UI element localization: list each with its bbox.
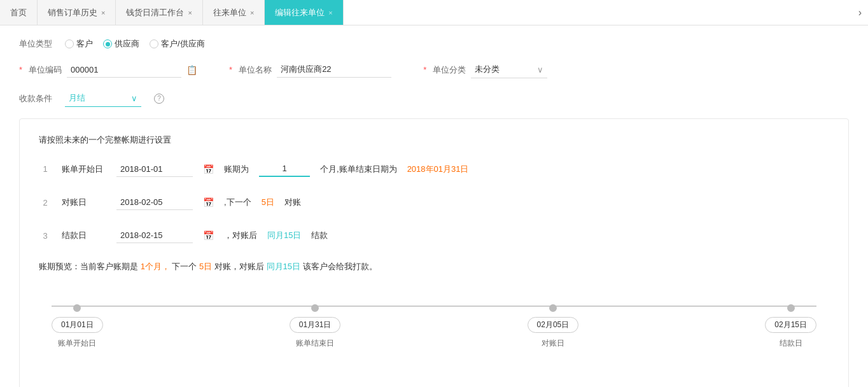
payment-condition-value: 月结	[69, 92, 131, 104]
billing-reconcile-suffix: 对账	[284, 197, 301, 208]
tab-partner[interactable]: 往来单位 ×	[203, 0, 265, 25]
radio-supplier[interactable]: 供应商	[103, 38, 139, 50]
preview-prefix: 账期预览：当前客户账期是	[39, 262, 138, 271]
timeline-dot-1	[73, 304, 81, 312]
tab-partner-label: 往来单位	[213, 7, 246, 18]
unit-name-group: * 单位名称	[229, 62, 391, 78]
payment-condition-select[interactable]: 月结 ∨	[65, 90, 141, 107]
billing-reconcile-date-calendar-icon[interactable]: 📅	[203, 197, 214, 208]
billing-end-date: 2018年01月31日	[407, 164, 469, 175]
radio-both-circle	[150, 39, 158, 48]
preview-suffix: 该客户会给我打款。	[303, 262, 377, 271]
unit-name-label: 单位名称	[239, 64, 272, 76]
timeline-dot-2	[311, 304, 319, 312]
unit-category-star: *	[423, 65, 426, 74]
preview-text: 账期预览：当前客户账期是 1个月， 下一个 5日 对账，对账后 同月15日 该客…	[39, 261, 829, 272]
timeline: 01月01日 账单开始日 01月31日 账单结束日 02月05日 对账日	[39, 292, 829, 374]
timeline-label-3: 对账日	[542, 338, 564, 349]
billing-title: 请按照未来的一个完整帐期进行设置	[39, 134, 829, 146]
billing-row-2-num: 2	[39, 198, 52, 208]
billing-reconcile-date-input[interactable]	[116, 195, 193, 210]
preview-highlight-1: 1个月，	[141, 262, 170, 271]
timeline-dot-4	[787, 304, 795, 312]
timeline-nodes: 01月01日 账单开始日 01月31日 账单结束日 02月05日 对账日	[52, 298, 816, 349]
radio-customer-label: 客户	[76, 38, 93, 50]
radio-supplier-circle	[103, 39, 112, 48]
billing-payment-highlight: 同月15日	[267, 230, 301, 241]
billing-start-date-calendar-icon[interactable]: 📅	[203, 164, 214, 174]
billing-row-1-num: 1	[39, 164, 52, 174]
tab-home-label: 首页	[10, 7, 27, 18]
tab-sales-history-label: 销售订单历史	[48, 7, 97, 18]
unit-type-label: 单位类型	[19, 38, 52, 50]
timeline-node-3: 02月05日 对账日	[528, 298, 579, 349]
unit-category-value: 未分类	[475, 64, 535, 75]
tab-partner-close[interactable]: ×	[250, 9, 254, 17]
tab-more-button[interactable]: ›	[852, 0, 868, 25]
billing-row-3: 3 结款日 📅 ，对账后 同月15日 结款	[39, 228, 829, 243]
billing-payment-suffix: 结款	[311, 230, 328, 241]
tab-cash-work-label: 钱货日清工作台	[126, 7, 184, 18]
tab-sales-history-close[interactable]: ×	[101, 9, 105, 17]
billing-start-date-input[interactable]	[116, 162, 193, 177]
unit-name-input[interactable]	[277, 62, 391, 78]
timeline-label-1: 账单开始日	[58, 338, 96, 349]
unit-code-label: 单位编码	[29, 64, 62, 76]
unit-name-star: *	[229, 65, 232, 74]
timeline-label-2: 账单结束日	[296, 338, 334, 349]
billing-row-3-num: 3	[39, 231, 52, 241]
tab-edit-partner-close[interactable]: ×	[328, 9, 332, 17]
unit-type-row: 单位类型 客户 供应商 客户/供应商	[19, 38, 849, 50]
timeline-node-4: 02月15日 结款日	[765, 298, 816, 349]
timeline-badge-2: 01月31日	[290, 317, 341, 333]
timeline-node-2: 01月31日 账单结束日	[290, 298, 341, 349]
radio-customer[interactable]: 客户	[65, 38, 93, 50]
unit-type-radio-group: 客户 供应商 客户/供应商	[65, 38, 205, 50]
unit-category-group: * 单位分类 未分类 ∨	[423, 61, 547, 78]
billing-reconcile-highlight: 5日	[262, 197, 274, 208]
timeline-label-4: 结款日	[780, 338, 802, 349]
billing-row-1-label: 账单开始日	[62, 164, 106, 175]
billing-row-3-label: 结款日	[62, 230, 106, 241]
unit-category-dropdown-icon: ∨	[537, 65, 543, 74]
unit-code-star: *	[19, 65, 22, 74]
billing-row-2-label: 对账日	[62, 197, 106, 208]
payment-condition-dropdown-icon: ∨	[131, 94, 137, 103]
radio-both[interactable]: 客户/供应商	[150, 38, 205, 50]
timeline-badge-4: 02月15日	[765, 317, 816, 333]
timeline-badge-1: 01月01日	[52, 317, 103, 333]
tab-bar: 首页 销售订单历史 × 钱货日清工作台 × 往来单位 × 编辑往来单位 × ›	[0, 0, 868, 25]
unit-category-label: 单位分类	[433, 64, 466, 76]
preview-highlight-2: 5日	[199, 262, 212, 271]
radio-customer-circle	[65, 39, 74, 48]
unit-code-group: * 单位编码 📋	[19, 62, 197, 78]
tab-edit-partner[interactable]: 编辑往来单位 ×	[265, 0, 343, 25]
billing-box: 请按照未来的一个完整帐期进行设置 1 账单开始日 📅 账期为 个月,账单结束日期…	[19, 118, 849, 387]
tab-edit-partner-label: 编辑往来单位	[275, 7, 325, 18]
payment-condition-row: 收款条件 月结 ∨ ?	[19, 90, 849, 107]
billing-payment-prefix: ，对账后	[224, 230, 257, 241]
tab-cash-work[interactable]: 钱货日清工作台 ×	[116, 0, 202, 25]
billing-row-1: 1 账单开始日 📅 账期为 个月,账单结束日期为 2018年01月31日	[39, 161, 829, 177]
billing-period-input[interactable]	[259, 161, 310, 177]
unit-category-select[interactable]: 未分类 ∨	[471, 61, 547, 78]
tab-cash-work-close[interactable]: ×	[188, 9, 192, 17]
timeline-node-1: 01月01日 账单开始日	[52, 298, 103, 349]
tab-home[interactable]: 首页	[0, 0, 38, 25]
billing-period-prefix: 账期为	[224, 164, 249, 175]
unit-code-input[interactable]	[67, 62, 181, 78]
billing-period-suffix: 个月,账单结束日期为	[320, 164, 397, 175]
radio-supplier-label: 供应商	[115, 38, 139, 50]
unit-code-icon[interactable]: 📋	[186, 65, 197, 75]
preview-highlight-3: 同月15日	[267, 262, 300, 271]
preview-middle-2: 对账，对账后	[214, 262, 264, 271]
unit-info-row: * 单位编码 📋 * 单位名称 * 单位分类 未分类 ∨	[19, 61, 849, 78]
timeline-badge-3: 02月05日	[528, 317, 579, 333]
payment-condition-help-icon[interactable]: ?	[154, 94, 164, 104]
timeline-dot-3	[549, 304, 557, 312]
preview-middle-1: 下一个	[172, 262, 197, 271]
billing-payment-date-input[interactable]	[116, 228, 193, 243]
billing-row-2: 2 对账日 📅 ,下一个 5日 对账	[39, 195, 829, 210]
billing-payment-date-calendar-icon[interactable]: 📅	[203, 230, 214, 241]
tab-sales-history[interactable]: 销售订单历史 ×	[38, 0, 116, 25]
